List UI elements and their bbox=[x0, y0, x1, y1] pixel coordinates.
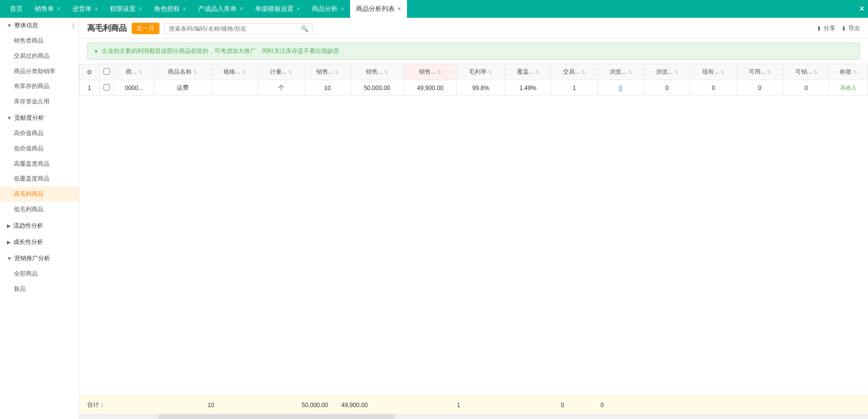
export-btn[interactable]: ⬇ 导出 bbox=[841, 24, 860, 33]
th-sales1[interactable]: 销售... ⇅ bbox=[304, 64, 351, 80]
sort-icon-sellable: ⇅ bbox=[814, 69, 817, 75]
row-spec bbox=[211, 80, 258, 96]
row-sales2: 50,000.00 bbox=[351, 80, 404, 96]
sidebar-item-high-value[interactable]: 高价值商品 bbox=[0, 126, 79, 141]
sidebar-item-traded-goods[interactable]: 交易过的商品 bbox=[0, 48, 79, 64]
nav-tab-analysis-list[interactable]: 商品分析列表 × bbox=[350, 0, 407, 18]
arrow-down-icon2: ▼ bbox=[7, 115, 12, 121]
search-icon[interactable]: 🔍 bbox=[301, 25, 308, 32]
nav-tab-analysis[interactable]: 商品分析 × bbox=[306, 0, 350, 18]
sidebar-item-low-value[interactable]: 低价值商品 bbox=[0, 141, 79, 156]
nav-tab-role[interactable]: 角色授权 × bbox=[148, 0, 192, 18]
tip-icon: ✦ bbox=[94, 48, 99, 55]
close-template-tab[interactable]: × bbox=[297, 5, 300, 12]
th-sales3[interactable]: 销售... ⇅ bbox=[404, 64, 457, 80]
select-all-checkbox[interactable] bbox=[103, 68, 110, 75]
th-tag[interactable]: 标签 ⇅ bbox=[829, 64, 868, 80]
sidebar-item-stock-goods[interactable]: 有库存的商品 bbox=[0, 79, 79, 94]
sidebar-item-sales-goods[interactable]: 销售类商品 bbox=[0, 33, 79, 48]
browse1-link[interactable]: 0 bbox=[619, 85, 622, 92]
footer-bar: 合计： 10 50,000.00 49,900.00 1 0 0 bbox=[79, 395, 868, 414]
th-spec[interactable]: 规格... ⇅ bbox=[211, 64, 258, 80]
footer-available: 0 bbox=[582, 402, 622, 409]
tip-bar: ✦ 企业的主要的利润都是这部分商品创造的，可考虑加大推广，同时关注库存是不要出现… bbox=[87, 43, 860, 60]
share-icon: ⬆ bbox=[817, 25, 821, 32]
sidebar-collapse-btn[interactable]: 《 bbox=[67, 22, 77, 32]
sidebar-group-marketing-title[interactable]: ▼ 营销推广分析 bbox=[0, 251, 79, 266]
th-unit[interactable]: 计量... ⇅ bbox=[258, 64, 305, 80]
time-filter-btn[interactable]: 近一月 bbox=[132, 23, 159, 34]
row-sales3: 49,900.00 bbox=[404, 80, 457, 96]
th-browse2[interactable]: 浏览... ⇅ bbox=[644, 64, 690, 80]
sidebar-item-high-profit[interactable]: 高毛利商品 bbox=[0, 186, 79, 202]
th-settings[interactable]: ⚙ bbox=[80, 64, 100, 80]
footer-sales1: 10 bbox=[127, 402, 295, 409]
nav-tab-purchase[interactable]: 进货单 × bbox=[66, 0, 104, 18]
th-browse1[interactable]: 浏览... ⇅ bbox=[598, 64, 644, 80]
page-title: 高毛利商品 bbox=[87, 23, 127, 34]
nav-tab-stockin[interactable]: 产成品入库单 × bbox=[192, 0, 249, 18]
arrow-down-icon3: ▼ bbox=[7, 256, 12, 261]
sidebar-item-low-coverage[interactable]: 低覆盖度商品 bbox=[0, 171, 79, 186]
sort-icon-coverage: ⇅ bbox=[535, 69, 539, 75]
th-gross[interactable]: 毛利率 ⇅ bbox=[457, 64, 505, 80]
footer-trade: 1 bbox=[374, 402, 543, 409]
sidebar-group-marketing: ▼ 营销推广分析 全部商品 新品 bbox=[0, 251, 79, 297]
close-stockin-tab[interactable]: × bbox=[240, 5, 243, 12]
sidebar-group-contribution-title[interactable]: ▼ 贡献度分析 bbox=[0, 110, 79, 126]
row-gross: 99.8% bbox=[457, 80, 505, 96]
sort-icon-trade: ⇅ bbox=[581, 69, 585, 75]
share-btn[interactable]: ⬆ 分享 bbox=[817, 24, 835, 33]
settings-icon[interactable]: ⚙ bbox=[87, 69, 92, 76]
row-sellable: 0 bbox=[783, 80, 829, 96]
th-coverage[interactable]: 覆盖... ⇅ bbox=[505, 64, 551, 80]
sidebar-group-trend: ▶ 流趋性分析 bbox=[0, 218, 79, 233]
nav-tab-template[interactable]: 单据模板设置 × bbox=[249, 0, 306, 18]
sidebar-group-growth-title[interactable]: ▶ 成长性分析 bbox=[0, 234, 79, 250]
close-analysis-tab[interactable]: × bbox=[341, 5, 344, 12]
close-sales-tab[interactable]: × bbox=[57, 5, 60, 12]
close-permission-tab[interactable]: × bbox=[139, 5, 142, 12]
sidebar-item-new-goods[interactable]: 新品 bbox=[0, 281, 79, 297]
row-browse1[interactable]: 0 bbox=[598, 80, 644, 96]
sort-icon-tag: ⇅ bbox=[853, 69, 857, 75]
table-container[interactable]: ⚙ 商... ⇅ 商品名称 bbox=[79, 64, 868, 395]
bottom-scrollbar[interactable] bbox=[79, 414, 868, 419]
th-sellable[interactable]: 可销... ⇅ bbox=[783, 64, 829, 80]
content-area: 高毛利商品 近一月 🔍 ⬆ 分享 ⬇ 导出 ✦ 企业的主要的利润都是这部分商品创… bbox=[79, 18, 868, 419]
footer-values: 10 50,000.00 49,900.00 1 0 0 bbox=[127, 402, 860, 409]
th-checkbox[interactable] bbox=[100, 64, 114, 80]
th-current[interactable]: 现有... ⇅ bbox=[690, 64, 737, 80]
th-sales2[interactable]: 销售... ⇅ bbox=[351, 64, 404, 80]
main-layout: 《 ▼ 整体信息 销售类商品 交易过的商品 商品分类助销率 有库存的商品 库存资… bbox=[0, 18, 868, 419]
sidebar-item-category-rate[interactable]: 商品分类助销率 bbox=[0, 64, 79, 79]
content-header: 高毛利商品 近一月 🔍 ⬆ 分享 ⬇ 导出 bbox=[79, 18, 868, 39]
th-available[interactable]: 可用... ⇅ bbox=[737, 64, 783, 80]
close-role-tab[interactable]: × bbox=[183, 5, 186, 12]
sidebar-group-contribution: ▼ 贡献度分析 高价值商品 低价值商品 高覆盖度商品 低覆盖度商品 高毛利商品 … bbox=[0, 110, 79, 217]
nav-tab-home[interactable]: 首页 bbox=[4, 0, 29, 18]
close-all-tabs[interactable]: × bbox=[860, 4, 864, 13]
close-analysis-list-tab[interactable]: × bbox=[398, 5, 401, 12]
nav-tab-permission[interactable]: 权限设置 × bbox=[104, 0, 148, 18]
sidebar-item-stock-capital[interactable]: 库存资金占用 bbox=[0, 94, 79, 109]
sidebar-item-low-profit[interactable]: 低毛利商品 bbox=[0, 202, 79, 217]
th-code[interactable]: 商... ⇅ bbox=[114, 64, 154, 80]
scrollbar-thumb[interactable] bbox=[158, 415, 395, 419]
sidebar-item-high-coverage[interactable]: 高覆盖度商品 bbox=[0, 156, 79, 172]
sidebar-item-all-goods[interactable]: 全部商品 bbox=[0, 266, 79, 281]
search-input[interactable] bbox=[169, 25, 301, 32]
row-available: 0 bbox=[737, 80, 783, 96]
th-trade[interactable]: 交易... ⇅ bbox=[551, 64, 598, 80]
row-checkbox[interactable] bbox=[103, 84, 110, 91]
close-purchase-tab[interactable]: × bbox=[95, 5, 98, 12]
nav-tab-sales[interactable]: 销售单 × bbox=[29, 0, 66, 18]
row-unit: 个 bbox=[258, 80, 305, 96]
row-checkbox-cell[interactable] bbox=[100, 80, 114, 96]
data-table: ⚙ 商... ⇅ 商品名称 bbox=[79, 64, 868, 96]
tag-badge: 高收入 bbox=[840, 85, 857, 91]
row-num: 1 bbox=[80, 80, 100, 96]
th-name[interactable]: 商品名称 ⇅ bbox=[154, 64, 211, 80]
footer-sales2: 50,000.00 bbox=[295, 402, 335, 409]
sidebar-group-trend-title[interactable]: ▶ 流趋性分析 bbox=[0, 218, 79, 233]
